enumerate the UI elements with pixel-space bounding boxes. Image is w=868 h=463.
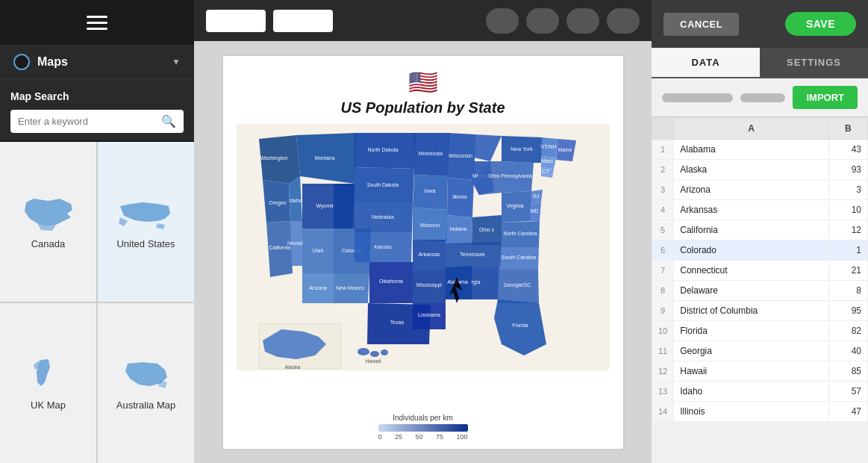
- svg-text:Hawaii: Hawaii: [365, 358, 381, 364]
- import-button[interactable]: IMPORT: [793, 86, 858, 109]
- map-card-united-states[interactable]: United States: [98, 142, 194, 302]
- svg-text:Georgia/SC: Georgia/SC: [503, 282, 531, 288]
- svg-text:Florida: Florida: [512, 323, 528, 328]
- row-num: 5: [652, 220, 674, 240]
- row-state: Arkansas: [674, 200, 829, 220]
- table-row: 9 District of Columbia 95: [652, 301, 868, 321]
- svg-text:Mass: Mass: [540, 158, 553, 164]
- row-value: 57: [828, 382, 867, 402]
- toolbar-button-2[interactable]: [526, 8, 559, 34]
- maps-label: Maps: [37, 55, 68, 69]
- row-value: 10: [828, 200, 867, 220]
- svg-text:Mississippi: Mississippi: [416, 282, 442, 288]
- uk-map-thumbnail: [19, 356, 78, 394]
- table-row: 6 Colorado 1: [652, 240, 868, 261]
- svg-text:Idaho: Idaho: [289, 198, 302, 203]
- us-map-label: United States: [116, 238, 175, 249]
- tab-settings[interactable]: SETTINGS: [760, 48, 868, 77]
- toolbar-button-4[interactable]: [607, 8, 640, 34]
- menu-icon[interactable]: [87, 16, 107, 30]
- map-search-section: Map Search 🔍: [0, 80, 194, 140]
- svg-text:Virginia: Virginia: [506, 203, 523, 209]
- row-num: 11: [652, 341, 674, 361]
- svg-text:Maine: Maine: [558, 147, 572, 152]
- map-card-uk[interactable]: UK Map: [0, 303, 96, 463]
- svg-text:Alaska: Alaska: [284, 364, 300, 370]
- panel-tabs: DATA SETTINGS: [652, 48, 868, 78]
- svg-text:Texas: Texas: [390, 320, 404, 325]
- svg-text:Tennessee: Tennessee: [460, 252, 485, 257]
- svg-text:New York: New York: [511, 146, 533, 152]
- panel-body: IMPORT A B 1 Alabama 43 2 Alaska 93 3 Ar…: [652, 78, 868, 463]
- row-state: California: [674, 220, 829, 240]
- map-card-australia[interactable]: Australia Map: [98, 303, 194, 463]
- filter-bar-long: [662, 93, 733, 102]
- filter-bar-short: [740, 93, 785, 102]
- toolbar-button-1[interactable]: [486, 8, 519, 34]
- row-num: 7: [652, 261, 674, 281]
- toolbar-input-1[interactable]: [206, 10, 266, 32]
- row-value: 93: [828, 160, 867, 180]
- main-toolbar: [194, 0, 652, 41]
- table-row: 12 Hawaii 85: [652, 361, 868, 382]
- sidebar-header: [0, 0, 194, 45]
- svg-text:North Dakota: North Dakota: [367, 147, 398, 152]
- svg-text:Minnesota: Minnesota: [418, 151, 442, 156]
- svg-text:VT/NH: VT/NH: [540, 144, 556, 149]
- row-state: Hawaii: [674, 361, 829, 382]
- svg-text:Nebraska: Nebraska: [372, 214, 394, 220]
- tab-data[interactable]: DATA: [652, 48, 760, 77]
- row-num: 1: [652, 140, 674, 160]
- globe-icon: [13, 54, 30, 70]
- toolbar-input-2[interactable]: [273, 10, 333, 32]
- table-row: 13 Idaho 57: [652, 382, 868, 402]
- row-state: Delaware: [674, 281, 829, 301]
- svg-text:North Carolina: North Carolina: [503, 231, 537, 236]
- svg-point-51: [381, 349, 388, 355]
- col-header-b: B: [828, 118, 867, 140]
- map-search-title: Map Search: [10, 90, 184, 102]
- maps-section-header[interactable]: Maps ▼: [0, 45, 194, 80]
- search-icon[interactable]: 🔍: [161, 114, 176, 128]
- map-grid: Canada United States UK Map Aust: [0, 142, 194, 463]
- table-row: 10 Florida 82: [652, 321, 868, 341]
- col-header-a: A: [674, 118, 829, 140]
- right-panel: CANCEL SAVE DATA SETTINGS IMPORT A B: [652, 0, 868, 463]
- row-state: Arizona: [674, 180, 829, 200]
- svg-text:NJ: NJ: [532, 193, 539, 199]
- row-value: 85: [828, 361, 867, 382]
- map-display-area: 🇺🇸 US Population by State Washington Ore…: [194, 41, 652, 463]
- main-content: 🇺🇸 US Population by State Washington Ore…: [194, 0, 652, 463]
- save-button[interactable]: SAVE: [785, 12, 856, 36]
- row-value: 95: [828, 301, 867, 321]
- row-state: District of Columbia: [674, 301, 829, 321]
- cancel-button[interactable]: CANCEL: [664, 13, 739, 36]
- row-state: Florida: [674, 321, 829, 341]
- legend-label: Individuals per km: [393, 414, 453, 422]
- row-num: 8: [652, 281, 674, 301]
- toolbar-button-3[interactable]: [566, 8, 599, 34]
- legend-bar: [378, 424, 468, 432]
- canada-map-label: Canada: [31, 238, 66, 249]
- svg-text:Iowa: Iowa: [424, 188, 435, 193]
- row-state: Alabama: [674, 140, 829, 160]
- uk-map-label: UK Map: [31, 400, 66, 411]
- row-state: Georgia: [674, 341, 829, 361]
- row-value: 43: [828, 140, 867, 160]
- table-row: 3 Arizona 3: [652, 180, 868, 200]
- row-num: 13: [652, 382, 674, 402]
- row-value: 1: [828, 240, 867, 261]
- map-card-canada[interactable]: Canada: [0, 142, 96, 302]
- canada-map-thumbnail: [19, 195, 78, 232]
- chevron-down-icon: ▼: [172, 57, 181, 67]
- row-state: Idaho: [674, 382, 829, 402]
- svg-text:MD: MD: [530, 208, 538, 214]
- us-map-svg: Washington Oregon California Montana Ida…: [237, 124, 610, 408]
- us-choropleth-map: Washington Oregon California Montana Ida…: [237, 124, 610, 370]
- row-value: 47: [828, 402, 867, 422]
- svg-text:Arizona: Arizona: [309, 285, 327, 290]
- row-num: 6: [652, 240, 674, 261]
- row-value: 8: [828, 281, 867, 301]
- svg-text:Wisconsin: Wisconsin: [449, 153, 472, 158]
- search-input[interactable]: [18, 116, 157, 127]
